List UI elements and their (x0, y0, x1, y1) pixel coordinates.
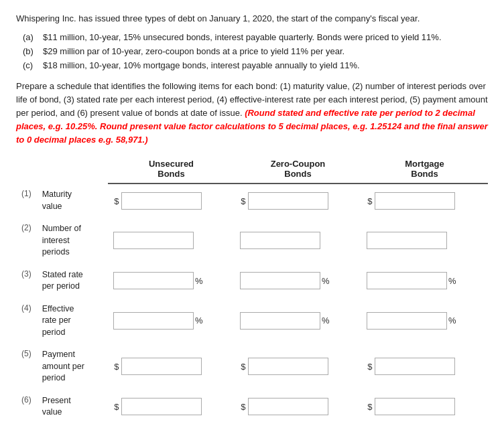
zerocoupon-payment-cell: $ (235, 344, 361, 390)
unsecured-effective-input[interactable] (113, 312, 194, 330)
row-num-3: (3) (16, 264, 37, 298)
mortgage-effective-cell: % (361, 298, 488, 344)
list-label-b: (b) (23, 46, 43, 56)
mortgage-payment-cell: $ (361, 344, 488, 390)
zerocoupon-effective-suffix: % (322, 315, 330, 326)
unsecured-payment-wrap: $ (113, 358, 229, 375)
zerocoupon-stated-suffix: % (322, 276, 330, 286)
header-zerocoupon: Zero-CouponBonds (235, 156, 361, 184)
unsecured-pv-wrap: $ (113, 398, 229, 415)
unsecured-payment-prefix: $ (113, 362, 120, 372)
table-row: (2) Number ofinterestperiods (16, 218, 488, 264)
zerocoupon-maturity-wrap: $ (240, 192, 356, 210)
unsecured-maturity-wrap: $ (113, 192, 229, 210)
mortgage-stated-suffix: % (448, 276, 456, 286)
unsecured-stated-suffix: % (195, 276, 203, 286)
header-empty (16, 156, 108, 184)
zerocoupon-payment-wrap: $ (240, 358, 356, 375)
unsecured-maturity-cell: $ (108, 184, 235, 218)
zerocoupon-effective-cell: % (235, 298, 361, 344)
zerocoupon-stated-input[interactable] (240, 272, 320, 289)
unsecured-pv-input[interactable] (121, 398, 202, 415)
list-item-b: (b) $29 million par of 10-year, zero-cou… (16, 46, 488, 56)
header-mortgage: MortgageBonds (361, 156, 488, 184)
table-row: (3) Stated rateper period % % % (16, 264, 488, 298)
zerocoupon-pv-prefix: $ (240, 402, 247, 412)
zerocoupon-payment-prefix: $ (240, 362, 247, 372)
mortgage-pv-wrap: $ (367, 398, 483, 415)
unsecured-stated-wrap: % (113, 272, 229, 289)
mortgage-stated-input[interactable] (367, 272, 447, 289)
table-row: (6) Presentvalue $ $ $ (16, 390, 488, 424)
unsecured-stated-input[interactable] (113, 272, 194, 289)
unsecured-effective-wrap: % (113, 312, 229, 330)
mortgage-pv-input[interactable] (375, 398, 455, 415)
header-unsecured: UnsecuredBonds (108, 156, 235, 184)
row-num-4: (4) (16, 298, 37, 344)
unsecured-payment-input[interactable] (121, 358, 202, 375)
bonds-table: UnsecuredBonds Zero-CouponBonds Mortgage… (16, 156, 488, 424)
mortgage-payment-wrap: $ (367, 358, 483, 375)
mortgage-payment-prefix: $ (367, 362, 373, 372)
mortgage-effective-input[interactable] (367, 312, 447, 330)
zerocoupon-stated-wrap: % (240, 272, 356, 289)
row-label-maturity: Maturityvalue (37, 184, 108, 218)
zerocoupon-maturity-cell: $ (235, 184, 361, 218)
unsecured-pv-prefix: $ (113, 402, 120, 412)
zerocoupon-effective-input[interactable] (240, 312, 320, 330)
row-label-stated: Stated rateper period (37, 264, 108, 298)
row-num-1: (1) (16, 184, 37, 218)
mortgage-maturity-cell: $ (361, 184, 488, 218)
unsecured-periods-cell (108, 218, 235, 264)
unsecured-stated-cell: % (108, 264, 235, 298)
mortgage-stated-cell: % (361, 264, 488, 298)
zerocoupon-pv-cell: $ (235, 390, 361, 424)
unsecured-periods-wrap (113, 232, 229, 249)
unsecured-payment-cell: $ (108, 344, 235, 390)
zerocoupon-periods-input[interactable] (240, 232, 320, 249)
unsecured-pv-cell: $ (108, 390, 235, 424)
zerocoupon-maturity-input[interactable] (248, 192, 328, 210)
mortgage-maturity-prefix: $ (367, 196, 373, 206)
mortgage-maturity-input[interactable] (375, 192, 455, 210)
unsecured-maturity-input[interactable] (121, 192, 202, 210)
zerocoupon-maturity-prefix: $ (240, 196, 247, 206)
mortgage-periods-wrap (367, 232, 483, 249)
unsecured-effective-cell: % (108, 298, 235, 344)
list-label-c: (c) (23, 60, 43, 70)
mortgage-periods-input[interactable] (367, 232, 447, 249)
table-row: (5) Paymentamount perperiod $ $ $ (16, 344, 488, 390)
list-text-a: $11 million, 10-year, 15% unsecured bond… (43, 32, 442, 42)
zerocoupon-payment-input[interactable] (248, 358, 328, 375)
table-row: (1) Maturityvalue $ $ $ (16, 184, 488, 218)
zerocoupon-periods-cell (235, 218, 361, 264)
row-label-pv: Presentvalue (37, 390, 108, 424)
unsecured-periods-input[interactable] (113, 232, 194, 249)
row-num-5: (5) (16, 344, 37, 390)
list-item-a: (a) $11 million, 10-year, 15% unsecured … (16, 32, 488, 42)
unsecured-effective-suffix: % (195, 315, 203, 326)
unsecured-maturity-prefix: $ (113, 196, 120, 206)
row-label-periods: Number ofinterestperiods (37, 218, 108, 264)
mortgage-effective-suffix: % (448, 315, 456, 326)
zerocoupon-periods-wrap (240, 232, 356, 249)
row-label-effective: Effectiverate perperiod (37, 298, 108, 344)
table-row: (4) Effectiverate perperiod % % % (16, 298, 488, 344)
mortgage-stated-wrap: % (367, 272, 483, 289)
zerocoupon-pv-wrap: $ (240, 398, 356, 415)
zerocoupon-stated-cell: % (235, 264, 361, 298)
list-label-a: (a) (23, 32, 43, 42)
list-text-b: $29 million par of 10-year, zero-coupon … (43, 46, 344, 56)
row-label-payment: Paymentamount perperiod (37, 344, 108, 390)
instructions: Prepare a schedule that identifies the f… (16, 80, 488, 147)
list-item-c: (c) $18 million, 10-year, 10% mortgage b… (16, 60, 488, 70)
row-num-2: (2) (16, 218, 37, 264)
mortgage-maturity-wrap: $ (367, 192, 483, 210)
mortgage-pv-cell: $ (361, 390, 488, 424)
mortgage-payment-input[interactable] (375, 358, 455, 375)
intro-main: Whispering Inc. has issued three types o… (16, 12, 488, 25)
zerocoupon-pv-input[interactable] (248, 398, 328, 415)
mortgage-periods-cell (361, 218, 488, 264)
mortgage-effective-wrap: % (367, 312, 483, 330)
row-num-6: (6) (16, 390, 37, 424)
